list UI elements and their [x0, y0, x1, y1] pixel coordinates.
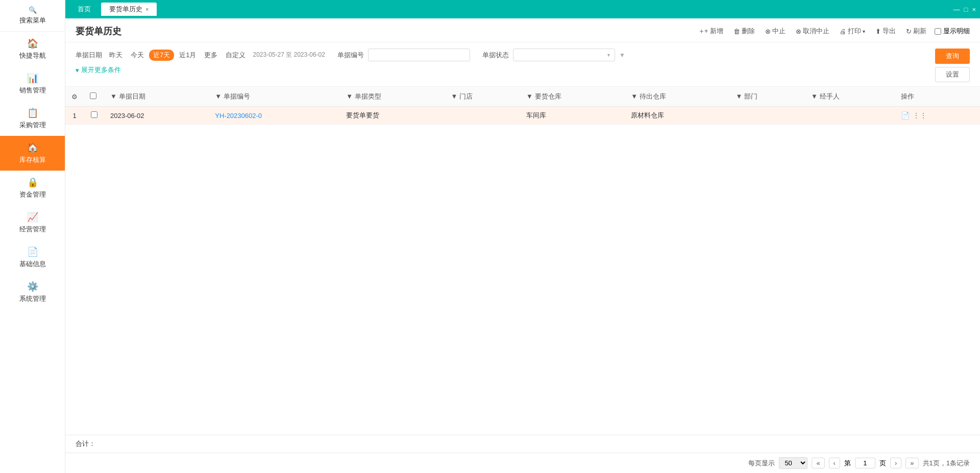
row-num: 1: [65, 107, 84, 125]
more-btn[interactable]: 更多: [201, 50, 220, 61]
tab-home[interactable]: 首页: [69, 3, 99, 16]
date-range-text: 2023-05-27 至 2023-06-02: [253, 51, 325, 59]
gear-icon: ⚙️: [27, 281, 38, 292]
last-month-btn[interactable]: 近1月: [176, 50, 199, 61]
last7days-btn[interactable]: 近7天: [149, 50, 174, 61]
status-select[interactable]: [513, 49, 615, 61]
column-store: ▼ 门店: [445, 87, 520, 107]
date-filter-group: 单据日期 昨天 今天 近7天 近1月 更多 自定义 2023-05-27 至 2…: [76, 50, 325, 61]
stop-icon: ⊗: [765, 28, 771, 35]
stop-button[interactable]: ⊗ 中止: [763, 25, 788, 38]
status-filter-group: 单据状态 ▼: [482, 49, 625, 61]
filter-action-buttons: 查询 设置: [935, 49, 970, 82]
tab-bar-left: 首页 要货单历史 ×: [69, 3, 157, 16]
table-row: 1 2023-06-02 YH-20230602-0 要货单要货 车间库 原材料…: [65, 107, 980, 125]
last-page-btn[interactable]: »: [905, 458, 918, 468]
page-title: 要货单历史: [76, 25, 121, 37]
sidebar-item-quick-nav[interactable]: 🏠 快捷导航: [0, 32, 65, 66]
delete-button[interactable]: 🗑 删除: [731, 25, 757, 38]
tab-current[interactable]: 要货单历史 ×: [101, 3, 157, 16]
sidebar-item-purchase[interactable]: 📋 采购管理: [0, 101, 65, 136]
search-icon: 🔍: [29, 6, 37, 14]
row-department: [730, 107, 805, 125]
doc-no-input[interactable]: [368, 49, 470, 61]
row-doc-no[interactable]: YH-20230602-0: [209, 107, 340, 125]
filter-area: 单据日期 昨天 今天 近7天 近1月 更多 自定义 2023-05-27 至 2…: [65, 42, 980, 87]
print-icon: 🖨: [840, 28, 846, 35]
export-icon: ⬆: [875, 28, 881, 35]
status-label: 单据状态: [482, 51, 509, 60]
sidebar-item-system[interactable]: ⚙️ 系统管理: [0, 275, 65, 310]
sidebar-item-operations[interactable]: 📈 经营管理: [0, 205, 65, 240]
add-button[interactable]: ＋ + 新增: [696, 25, 725, 38]
doc-no-filter-group: 单据编号: [337, 49, 470, 61]
column-department: ▼ 部门: [730, 87, 805, 107]
column-req-warehouse: ▼ 要货仓库: [520, 87, 625, 107]
clipboard-icon: 📋: [27, 107, 38, 119]
document-icon: 📄: [27, 246, 38, 257]
pagination-bar: 每页显示 50 100 « ‹ 第 页 › » 共1页，1条记录: [65, 453, 980, 473]
page-header: 要货单历史 ＋ + 新增 🗑 删除 ⊗ 中止 ⊗ 取消中止 🖨 打印 ▾: [65, 18, 980, 42]
row-more-btn[interactable]: ⋮⋮: [913, 111, 927, 120]
prev-page-btn[interactable]: ‹: [829, 458, 840, 468]
sidebar: 🔍 搜索菜单 🏠 快捷导航 📊 销售管理 📋 采购管理 🏠 库存核算 🔒 资金管…: [0, 0, 65, 473]
first-page-btn[interactable]: «: [812, 458, 824, 468]
select-all-checkbox[interactable]: [90, 92, 96, 99]
page-label: 第: [844, 459, 851, 468]
sidebar-item-finance[interactable]: 🔒 资金管理: [0, 171, 65, 205]
column-handler: ▼ 经手人: [805, 87, 895, 107]
next-page-btn[interactable]: ›: [890, 458, 901, 468]
tab-close-icon[interactable]: ×: [145, 6, 149, 12]
sidebar-item-search-menu[interactable]: 🔍 搜索菜单: [0, 0, 65, 32]
warehouse-icon: 🏠: [27, 142, 38, 153]
column-gear-icon[interactable]: ⚙: [71, 93, 78, 101]
row-date: 2023-06-02: [104, 107, 209, 125]
sidebar-item-sales[interactable]: 📊 销售管理: [0, 66, 65, 101]
chart-icon: 📊: [27, 73, 38, 84]
status-select-wrapper: [513, 49, 615, 61]
date-label: 单据日期: [76, 51, 102, 60]
tab-bar-right: — □ ×: [953, 6, 976, 13]
column-pending-warehouse: ▼ 待出仓库: [625, 87, 729, 107]
page-suffix: 页: [879, 459, 886, 468]
custom-btn[interactable]: 自定义: [223, 50, 249, 61]
table-footer: 合计：: [65, 435, 980, 453]
sidebar-item-inventory[interactable]: 🏠 库存核算: [0, 136, 65, 171]
cancel-stop-button[interactable]: ⊗ 取消中止: [794, 25, 831, 38]
settings-button[interactable]: 设置: [935, 67, 970, 82]
filter-row: 单据日期 昨天 今天 近7天 近1月 更多 自定义 2023-05-27 至 2…: [76, 49, 929, 61]
window-minimize[interactable]: —: [953, 6, 960, 13]
show-detail-toggle[interactable]: 显示明细: [935, 27, 970, 36]
window-close[interactable]: ×: [972, 6, 976, 13]
row-actions: 📄 ⋮⋮: [895, 107, 980, 125]
expand-more-btn[interactable]: ▾ 展开更多条件: [76, 65, 929, 75]
page-size-select[interactable]: 50 100: [779, 457, 807, 469]
row-checkbox[interactable]: [91, 111, 97, 118]
row-view-btn[interactable]: 📄: [901, 111, 910, 120]
status-dropdown-icon: ▼: [619, 52, 625, 59]
date-shortcuts: 昨天 今天 近7天 近1月 更多 自定义: [106, 50, 249, 61]
page-number-input[interactable]: [855, 458, 875, 468]
lock-icon: 🔒: [27, 177, 38, 188]
tab-bar: 首页 要货单历史 × — □ ×: [65, 0, 980, 18]
delete-icon: 🗑: [733, 28, 740, 35]
main-content: 首页 要货单历史 × — □ × 要货单历史 ＋ + 新增 🗑 删除: [65, 0, 980, 473]
export-button[interactable]: ⬆ 导出: [873, 25, 898, 38]
refresh-button[interactable]: ↻ 刷新: [904, 25, 928, 38]
sidebar-item-basic-info[interactable]: 📄 基础信息: [0, 240, 65, 275]
window-maximize[interactable]: □: [964, 6, 968, 13]
column-settings[interactable]: ⚙: [65, 87, 84, 107]
total-info: 共1页，1条记录: [923, 459, 970, 468]
print-button[interactable]: 🖨 打印 ▾: [838, 25, 867, 38]
today-btn[interactable]: 今天: [128, 50, 147, 61]
home-icon: 🏠: [27, 38, 38, 49]
column-doc-no: ▼ 单据编号: [209, 87, 340, 107]
show-detail-checkbox[interactable]: [935, 28, 941, 35]
expand-icon: ▾: [76, 66, 79, 74]
yesterday-btn[interactable]: 昨天: [106, 50, 126, 61]
column-date: ▼ 单据日期: [104, 87, 209, 107]
column-actions: 操作: [895, 87, 980, 107]
query-button[interactable]: 查询: [935, 49, 970, 64]
column-doc-type: ▼ 单据类型: [340, 87, 445, 107]
column-checkbox[interactable]: [84, 87, 104, 107]
